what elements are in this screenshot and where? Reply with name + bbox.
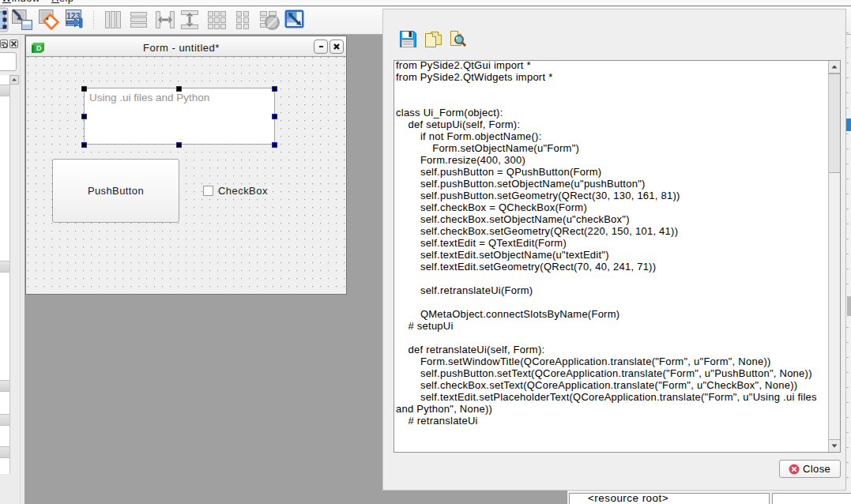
svg-text:D: D (36, 44, 42, 52)
svg-text:123: 123 (66, 11, 81, 21)
